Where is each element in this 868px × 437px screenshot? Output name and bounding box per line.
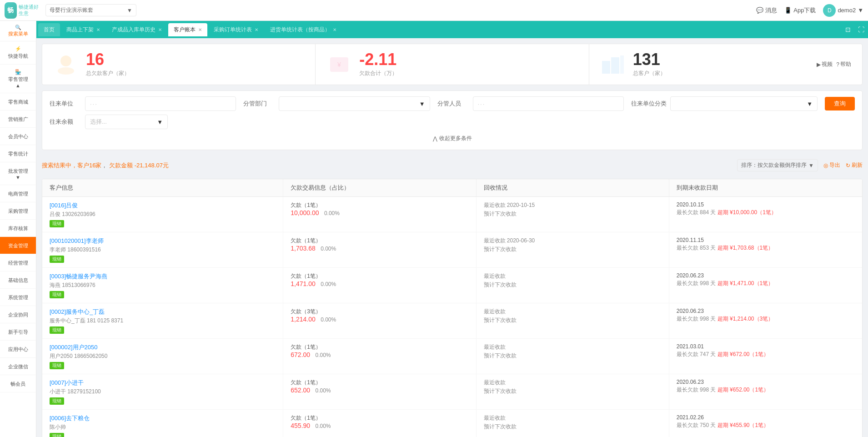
tab-production-history[interactable]: 产成品入库单历史 ✕	[106, 23, 167, 36]
td-due-date: 2020.11.15 最长欠款 853 天 超期 ¥1,703.68（1笔）	[669, 232, 862, 267]
tab-close-products-offline[interactable]: ✕	[96, 27, 100, 32]
company-selector[interactable]: 母婴行业演示账套 ▼	[45, 4, 136, 16]
tab-close-incoming-stats[interactable]: ✕	[333, 27, 336, 32]
overdue-link[interactable]: 超期 ¥1,703.68（1笔）	[717, 245, 773, 251]
td-recovery: 最近收款 2020-10-15 预计下次收款	[477, 197, 669, 232]
sidebar-item-newbie[interactable]: 新手引导	[0, 323, 36, 341]
sidebar-item-basic-info[interactable]: 基础信息	[0, 271, 36, 289]
sidebar-item-system[interactable]: 系统管理	[0, 289, 36, 306]
customer-name-link[interactable]: [0003]畅捷服务尹海燕	[50, 273, 107, 280]
person-input[interactable]: ···	[473, 96, 624, 111]
sidebar-item-marketing[interactable]: 营销推广	[0, 111, 36, 128]
customer-phone: 小进干 18279152100	[50, 388, 276, 396]
debt-ratio: 0.00%	[321, 316, 336, 323]
sidebar-item-batch-mgmt[interactable]: 批发管理 ▼	[0, 162, 36, 185]
tab-purchase-order-stats[interactable]: 采购订单统计表 ✕	[208, 23, 264, 36]
td-debt-info: 欠款（1笔） 1,471.00 0.00%	[283, 268, 476, 303]
chevron-down-icon: ▼	[419, 100, 425, 107]
tab-products-offline[interactable]: 商品上下架 ✕	[61, 23, 105, 36]
customer-name-link[interactable]: [0002]服务中心_丁磊	[50, 308, 105, 315]
td-due-date: 2020.10.15 最长欠款 884 天 超期 ¥10,000.00（1笔）	[669, 197, 862, 232]
td-due-date: 2021.03.01 最长欠款 747 天 超期 ¥672.00（1笔）	[669, 339, 862, 374]
chevron-down-icon: ▼	[807, 100, 813, 107]
customer-name-link[interactable]: [0016]吕俊	[50, 202, 78, 209]
sidebar-item-ecommerce[interactable]: 电商管理	[0, 185, 36, 202]
debt-ratio: 0.00%	[321, 246, 336, 252]
export-btn[interactable]: ◎ 导出	[823, 161, 840, 169]
table-row: [0002]服务中心_丁磊 服务中心_丁磊 181 0125 8371 现销 欠…	[42, 303, 862, 339]
sidebar-item-wechat[interactable]: 企业微信	[0, 358, 36, 375]
stat-info-debtors: 16 总欠款客户（家）	[86, 51, 304, 77]
due-date: 2021.03.01	[677, 343, 855, 350]
customer-name-link[interactable]: [0007]小进干	[50, 379, 84, 386]
debtors-label: 总欠款客户（家）	[86, 70, 304, 77]
sidebar-item-inventory[interactable]: 库存核算	[0, 220, 36, 237]
sort-select[interactable]: 排序：按欠款金额倒序排序 ▼	[737, 159, 818, 171]
sidebar-item-quick-nav[interactable]: ⚡ 快捷导航	[0, 41, 36, 65]
td-recovery: 最近收款 预计下次收款	[477, 339, 669, 374]
tabs-right: ⊡ ⛶	[843, 25, 866, 34]
debt-amount: 1,471.00	[291, 280, 316, 287]
sidebar-item-purchase[interactable]: 采购管理	[0, 202, 36, 220]
logo-icon: 畅	[5, 2, 17, 19]
tab-close-production-history[interactable]: ✕	[158, 27, 162, 32]
table-row: [0016]吕俊 吕俊 13026203696 现销 欠款（1笔） 10,000…	[42, 197, 862, 232]
sidebar-item-retail-mgmt[interactable]: 🏪 零售管理 ▲	[0, 65, 36, 93]
customer-tag: 现销	[50, 326, 64, 334]
results-actions: 排序：按欠款金额倒序排序 ▼ ◎ 导出 ↻ 刷新	[737, 159, 863, 171]
table-row: [000002]用户2050 用户2050 18665062050 现销 欠款（…	[42, 339, 862, 374]
help-btn[interactable]: ? 帮助	[836, 60, 851, 68]
td-due-date: 2021.02.26 最长欠款 750 天 超期 ¥455.90（1笔）	[669, 410, 862, 437]
view-video-btn[interactable]: ▶ 视频	[817, 60, 833, 68]
tabs-restore-btn[interactable]: ⊡	[843, 25, 853, 34]
sidebar-item-retail-store[interactable]: 零售商城	[0, 93, 36, 111]
customer-name-link[interactable]: [0001020001]李老师	[50, 237, 104, 244]
supplier-input[interactable]: ···	[85, 96, 236, 111]
category-input[interactable]: ▼	[670, 96, 818, 111]
customer-name-link[interactable]: [0006]去下粮仓	[50, 415, 90, 422]
debtors-number: 16	[86, 51, 304, 68]
sidebar-item-app-center[interactable]: 应用中心	[0, 341, 36, 358]
tab-close-purchase-order-stats[interactable]: ✕	[255, 27, 258, 32]
next-collection: 预计下次收款	[484, 281, 662, 289]
td-debt-info: 欠款（3笔） 1,214.00 0.00%	[283, 303, 476, 338]
user-menu[interactable]: D demo2 ▼	[823, 4, 863, 17]
overdue-link[interactable]: 超期 ¥652.00（1笔）	[717, 387, 769, 393]
sidebar-item-chang-member[interactable]: 畅会员	[0, 375, 36, 392]
overdue-link[interactable]: 超期 ¥1,214.00（3笔）	[717, 316, 773, 322]
tab-incoming-stats[interactable]: 进货单统计表（按商品） ✕	[265, 23, 342, 36]
overdue-link[interactable]: 超期 ¥455.90（1笔）	[717, 422, 769, 428]
overdue-days: 最长欠款 998 天 超期 ¥652.00（1笔）	[677, 386, 855, 394]
sidebar-item-operations[interactable]: 经营管理	[0, 254, 36, 271]
collapse-filter-btn[interactable]: ⋀ 收起更多条件	[50, 133, 855, 144]
customer-name-link[interactable]: [000002]用户2050	[50, 344, 98, 351]
balance-input[interactable]: 选择... ▼	[85, 115, 168, 129]
sidebar-item-enterprise[interactable]: 企业协同	[0, 306, 36, 323]
next-collection: 预计下次收款	[484, 246, 662, 253]
help-icon: ?	[836, 61, 839, 68]
sidebar-item-retail-stats[interactable]: 零售统计	[0, 145, 36, 162]
expand-icon: ▲	[15, 83, 20, 88]
download-icon: 📱	[784, 7, 792, 14]
refresh-btn[interactable]: ↻ 刷新	[846, 161, 863, 169]
sidebar-item-members[interactable]: 会员中心	[0, 128, 36, 145]
category-label: 往来单位分类	[631, 100, 667, 108]
last-collection: 最近收款	[484, 272, 662, 280]
tab-customer-account[interactable]: 客户账本 ✕	[168, 23, 207, 36]
message-btn[interactable]: 💬 消息	[756, 6, 777, 15]
sidebar-item-capital[interactable]: 资金管理	[0, 237, 36, 254]
dept-input[interactable]: ▼	[279, 96, 430, 111]
tabs-expand-btn[interactable]: ⛶	[856, 25, 866, 34]
debt-ratio: 0.00%	[321, 281, 336, 287]
overdue-link[interactable]: 超期 ¥672.00（1笔）	[717, 351, 769, 357]
app-download-btn[interactable]: 📱 App下载	[784, 6, 816, 15]
td-recovery: 最近收款 预计下次收款	[477, 303, 669, 338]
layout: 🔍 搜索菜单 ⚡ 快捷导航 🏪 零售管理 ▲ 零售商城 营销推广 会员中心 零售…	[0, 21, 868, 437]
tab-home[interactable]: 首页	[38, 23, 60, 36]
search-button[interactable]: 查询	[825, 97, 855, 111]
overdue-link[interactable]: 超期 ¥1,471.00（1笔）	[717, 280, 773, 286]
sidebar-search[interactable]: 🔍 搜索菜单	[0, 21, 36, 41]
tab-close-customer-account[interactable]: ✕	[198, 27, 202, 32]
filter-category: 往来单位分类 ▼	[631, 96, 818, 111]
overdue-link[interactable]: 超期 ¥10,000.00（1笔）	[717, 209, 777, 216]
